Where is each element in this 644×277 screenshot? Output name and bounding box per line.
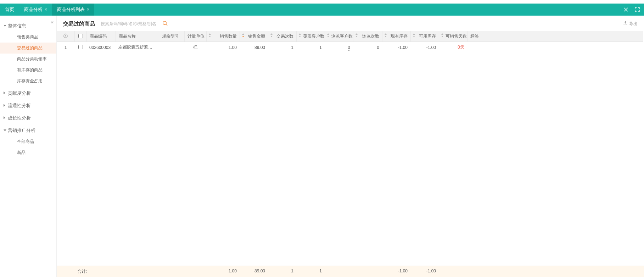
footer-cust: 1 [296,266,325,277]
cell-stock: -1.00 [382,42,410,53]
nav-group-header[interactable]: 营销推广分析 [0,125,56,136]
tabbar-actions [623,4,644,16]
export-icon [623,21,628,27]
cell-name: 左都胶囊五折遮阳伞防晒伞; [116,42,159,53]
fullscreen-icon[interactable] [634,6,640,13]
close-icon[interactable]: × [87,7,89,12]
tab-label: 首页 [5,6,14,13]
footer-label: 合计: [74,266,86,277]
column-stock[interactable]: 现有库存 [382,31,410,42]
footer-stock: -1.00 [382,266,410,277]
close-all-icon[interactable] [623,6,629,13]
nav-item[interactable]: 有库存的商品 [0,65,56,76]
footer-views [353,266,382,277]
column-qty[interactable]: 销售数量 [206,31,240,42]
nav-group-header[interactable]: 整体信息 [0,21,56,32]
row-checkbox[interactable] [78,45,83,49]
footer-qty: 1.00 [206,266,240,277]
column-code[interactable]: 商品编码 [86,31,116,42]
data-table: 商品编码 商品名称 规格型号 计量单位 销售数量 销售金额 交易次数 覆盖客户数… [57,31,643,53]
footer-trx: 1 [268,266,296,277]
column-checkbox[interactable] [74,31,86,42]
row-index: 1 [57,42,74,53]
cell-code: 002600003 [86,42,116,53]
table-footer: 合计: 1.00 89.00 1 1 -1.00 -1.00 [57,266,644,277]
page-title: 交易过的商品 [63,21,95,27]
cell-vcust[interactable]: 0 [325,42,353,53]
column-trx[interactable]: 交易次数 [268,31,296,42]
tab-home[interactable]: 首页 [0,4,19,16]
cell-tag [467,42,643,53]
export-button[interactable]: 导出 [623,21,638,27]
cell-days: 0天 [439,42,467,53]
column-tag[interactable]: 标签 [467,31,643,42]
column-unit[interactable]: 计量单位 [184,31,206,42]
tab-label: 商品分析 [24,6,43,13]
tab-bar: 首页 商品分析 × 商品分析列表 × [0,4,644,16]
svg-point-0 [163,21,166,24]
nav-item[interactable]: 新品 [0,147,56,158]
column-name[interactable]: 商品名称 [116,31,159,42]
tab-analysis-list[interactable]: 商品分析列表 × [52,4,94,16]
cell-trx: 1 [268,42,296,53]
cell-unit: 把 [184,42,206,53]
nav-group-header[interactable]: 贡献度分析 [0,88,56,99]
footer-amt: 89.00 [240,266,268,277]
cell-spec [159,42,184,53]
cell-views: 0 [353,42,382,53]
search-input[interactable] [100,20,160,28]
column-avail[interactable]: 可用库存 [410,31,439,42]
svg-line-1 [166,24,167,26]
export-label: 导出 [629,21,638,27]
column-views[interactable]: 浏览次数 [353,31,382,42]
cell-avail: -1.00 [410,42,439,53]
nav-item[interactable]: 库存资金占用 [0,76,56,87]
nav-item[interactable]: 交易过的商品 [0,43,56,54]
column-days[interactable]: 可销售天数 [439,31,467,42]
nav-group-header[interactable]: 成长性分析 [0,113,56,124]
gear-icon [63,34,68,39]
nav-item[interactable]: 全部商品 [0,136,56,147]
column-spec[interactable]: 规格型号 [159,31,184,42]
footer-vcust [325,266,353,277]
nav-group-header[interactable]: 流通性分析 [0,100,56,111]
column-cust[interactable]: 覆盖客户数 [296,31,325,42]
column-amt[interactable]: 销售金额 [240,31,268,42]
footer-days [439,266,467,277]
cell-amt: 89.00 [240,42,268,53]
tab-analysis[interactable]: 商品分析 × [19,4,52,16]
search-icon[interactable] [162,21,168,27]
cell-cust: 1 [296,42,325,53]
column-settings[interactable] [57,31,74,42]
select-all-checkbox[interactable] [78,34,83,38]
tab-label: 商品分析列表 [57,6,85,13]
nav-item[interactable]: 商品分类动销率 [0,54,56,65]
table-row[interactable]: 1002600003左都胶囊五折遮阳伞防晒伞;把1.0089.001100-1.… [57,42,643,53]
cell-qty: 1.00 [206,42,240,53]
svg-point-2 [65,35,66,37]
close-icon[interactable]: × [45,7,47,12]
sidebar: « 整体信息销售类商品交易过的商品商品分类动销率有库存的商品库存资金占用贡献度分… [0,16,57,277]
column-vcust[interactable]: 浏览客户数 [325,31,353,42]
footer-avail: -1.00 [410,266,439,277]
nav-item[interactable]: 销售类商品 [0,32,56,43]
